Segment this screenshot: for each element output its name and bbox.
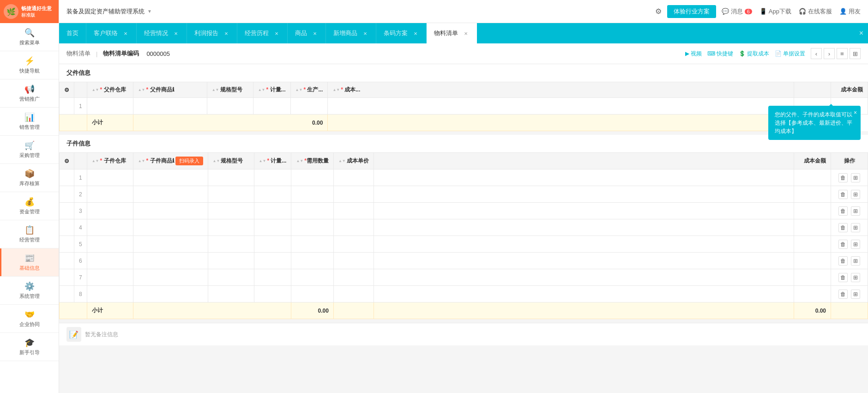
child-row-unitcost[interactable] [333, 286, 374, 302]
delete-row-button[interactable]: 🗑 [838, 223, 848, 232]
sidebar-item-quicknav[interactable]: ⚡ 快捷导航 [0, 51, 59, 79]
tab-barcode-close[interactable]: × [412, 30, 419, 36]
child-row-spec[interactable] [208, 253, 254, 269]
copy-row-button[interactable]: ⊞ [851, 273, 860, 282]
child-row-goods[interactable] [133, 203, 208, 219]
scan-button[interactable]: 扫码录入 [175, 157, 203, 165]
delete-row-button[interactable]: 🗑 [838, 273, 848, 282]
parent-gear-icon[interactable]: ⚙ [64, 87, 69, 93]
copy-row-button[interactable]: ⊞ [851, 223, 860, 232]
copy-row-button[interactable]: ⊞ [851, 173, 860, 182]
delete-row-button[interactable]: 🗑 [838, 256, 848, 266]
child-row-unitcost[interactable] [333, 186, 374, 203]
delete-row-button[interactable]: 🗑 [838, 240, 848, 249]
tab-barcode[interactable]: 条码方案 × [376, 23, 427, 43]
copy-row-button[interactable]: ⊞ [851, 256, 860, 266]
single-setting-action[interactable]: 📄 单据设置 [775, 50, 805, 58]
tab-history-close[interactable]: × [273, 30, 280, 36]
tab-bom[interactable]: 物料清单 × [427, 23, 477, 43]
next-page-button[interactable]: › [824, 48, 835, 59]
sidebar-item-purchase[interactable]: 🛒 采购管理 [0, 136, 59, 164]
message-action[interactable]: 💬 消息 6 [722, 7, 752, 16]
sidebar-item-inventory[interactable]: 📦 库存核算 [0, 164, 59, 192]
menu-button[interactable]: ≡ [837, 48, 848, 59]
child-row-goods[interactable] [133, 269, 208, 286]
breadcrumb-parent[interactable]: 物料清单 [66, 49, 90, 58]
sidebar-item-enterprise[interactable]: 🤝 企业协同 [0, 305, 59, 333]
child-row-spec[interactable] [208, 203, 254, 219]
sidebar-item-marketing[interactable]: 📢 营销推广 [0, 79, 59, 108]
tab-add-goods[interactable]: 新增商品 × [326, 23, 376, 43]
tab-profit-close[interactable]: × [223, 30, 229, 36]
child-row-warehouse[interactable] [87, 253, 133, 269]
child-row-unit[interactable] [254, 236, 291, 253]
user-action[interactable]: 👤 用友 [839, 7, 861, 16]
child-row-unit[interactable] [254, 286, 291, 302]
child-row-qty[interactable] [291, 169, 334, 186]
tab-business[interactable]: 经营情况 × [137, 23, 187, 43]
child-row-unit[interactable] [254, 253, 291, 269]
trial-button[interactable]: 体验行业方案 [667, 5, 716, 18]
child-row-warehouse[interactable] [87, 203, 133, 219]
parent-row-prod[interactable] [290, 98, 328, 115]
copy-row-button[interactable]: ⊞ [851, 190, 860, 199]
child-row-unitcost[interactable] [333, 219, 374, 236]
gear-icon[interactable]: ⚙ [655, 7, 662, 16]
child-row-unitcost[interactable] [333, 253, 374, 269]
child-row-warehouse[interactable] [87, 169, 133, 186]
expand-button[interactable]: ⊞ [850, 48, 861, 59]
app-download-action[interactable]: 📱 App下载 [760, 7, 791, 16]
close-all-tabs[interactable]: × [855, 29, 868, 37]
child-row-qty[interactable] [291, 203, 334, 219]
child-row-spec[interactable] [208, 286, 254, 302]
delete-row-button[interactable]: 🗑 [838, 206, 848, 216]
prev-page-button[interactable]: ‹ [811, 48, 822, 59]
child-row-qty[interactable] [291, 253, 334, 269]
tab-home[interactable]: 首页 [59, 23, 86, 43]
child-row-goods[interactable] [133, 169, 208, 186]
tab-history[interactable]: 经营历程 × [237, 23, 288, 43]
child-row-spec[interactable] [208, 169, 254, 186]
tab-add-goods-close[interactable]: × [362, 30, 368, 36]
child-row-qty[interactable] [291, 286, 334, 302]
child-row-qty[interactable] [291, 236, 334, 253]
tooltip-close-button[interactable]: × [854, 109, 857, 117]
child-row-warehouse[interactable] [87, 236, 133, 253]
extract-cost-action[interactable]: 💲 提取成本 [739, 50, 769, 58]
child-row-unit[interactable] [254, 203, 291, 219]
tab-goods-close[interactable]: × [312, 30, 318, 36]
child-row-unit[interactable] [254, 169, 291, 186]
child-row-spec[interactable] [208, 269, 254, 286]
child-row-unitcost[interactable] [333, 236, 374, 253]
child-gear-icon[interactable]: ⚙ [64, 158, 69, 164]
child-row-warehouse[interactable] [87, 219, 133, 236]
tab-customer-close[interactable]: × [122, 30, 129, 36]
sidebar-item-finance[interactable]: 💰 资金管理 [0, 192, 59, 220]
parent-row-unit[interactable] [253, 98, 290, 115]
parent-row-warehouse[interactable] [87, 98, 133, 115]
parent-row-goods[interactable] [133, 98, 207, 115]
child-row-warehouse[interactable] [87, 286, 133, 302]
child-row-unit[interactable] [254, 219, 291, 236]
shortcut-action[interactable]: ⌨ 快捷键 [707, 50, 733, 58]
sidebar-item-operations[interactable]: 📋 经营管理 [0, 220, 59, 248]
delete-row-button[interactable]: 🗑 [838, 190, 848, 199]
copy-row-button[interactable]: ⊞ [851, 206, 860, 216]
view-video-action[interactable]: ▶ 视频 [685, 50, 702, 58]
child-row-unitcost[interactable] [333, 169, 374, 186]
sidebar-item-sales[interactable]: 📊 销售管理 [0, 108, 59, 136]
child-row-goods[interactable] [133, 236, 208, 253]
child-row-spec[interactable] [208, 186, 254, 203]
child-row-unitcost[interactable] [333, 203, 374, 219]
child-row-goods[interactable] [133, 219, 208, 236]
child-row-unitcost[interactable] [333, 269, 374, 286]
delete-row-button[interactable]: 🗑 [838, 290, 848, 299]
child-row-spec[interactable] [208, 236, 254, 253]
tab-business-close[interactable]: × [173, 30, 179, 36]
parent-row-cost[interactable] [328, 98, 794, 115]
sidebar-item-system[interactable]: ⚙️ 系统管理 [0, 277, 59, 305]
tab-profit[interactable]: 利润报告 × [187, 23, 237, 43]
delete-row-button[interactable]: 🗑 [838, 173, 848, 182]
tab-bom-close[interactable]: × [463, 30, 469, 36]
sidebar-item-search[interactable]: 🔍 搜索菜单 [0, 23, 59, 51]
